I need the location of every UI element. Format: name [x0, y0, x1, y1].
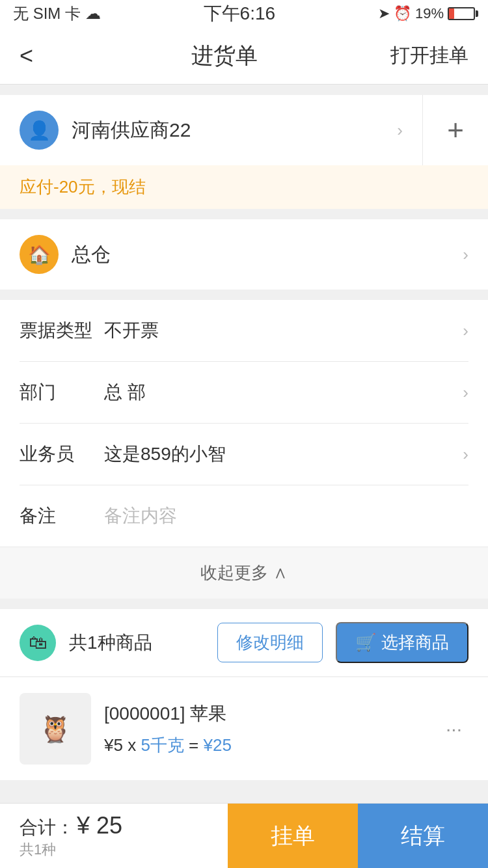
owl-icon: 🦉 — [39, 714, 72, 744]
total-label: 合计： — [20, 815, 74, 840]
price-total: ¥25 — [204, 735, 232, 755]
invoice-type-value: 不开票 — [104, 318, 456, 343]
notice-bar: 应付-20元，现结 — [0, 165, 488, 209]
avatar-icon: 👤 — [28, 120, 51, 141]
divider-2 — [0, 209, 488, 219]
remark-row[interactable]: 备注 备注内容 — [0, 485, 488, 547]
select-product-button[interactable]: 🛒 选择商品 — [336, 622, 468, 663]
price-separator: x — [128, 735, 141, 755]
select-product-label: 选择商品 — [381, 631, 449, 654]
chevron-right-icon-dept: › — [463, 383, 468, 403]
product-name: [0000001] 苹果 — [104, 701, 426, 726]
bag-icon: 🛍 — [29, 632, 47, 653]
battery-text: 19% — [415, 5, 444, 22]
chevron-right-icon: › — [397, 120, 403, 141]
supplier-section: 👤 河南供应商22 › + — [0, 95, 488, 165]
back-button[interactable]: < — [20, 42, 59, 70]
chevron-right-icon-sales: › — [463, 444, 468, 465]
total-amount: ¥ 25 — [77, 812, 122, 839]
warehouse-section[interactable]: 🏠 总仓 › — [0, 219, 488, 290]
divider-1 — [0, 85, 488, 95]
cart-icon: 🛒 — [355, 632, 376, 653]
status-left: 无 SIM 卡 ☁ — [13, 3, 101, 24]
product-thumbnail: 🦉 — [20, 693, 91, 765]
salesperson-label: 业务员 — [20, 442, 104, 467]
product-more-button[interactable]: ··· — [439, 711, 468, 746]
remark-value: 备注内容 — [104, 504, 468, 528]
salesperson-row[interactable]: 业务员 这是859的小智 › — [0, 424, 488, 485]
price-eq: = — [189, 735, 203, 755]
products-count: 共1种商品 — [69, 631, 204, 655]
form-section: 票据类型 不开票 › 部门 总 部 › 业务员 这是859的小智 › 备注 备注… — [0, 300, 488, 547]
home-icon: 🏠 — [28, 244, 51, 265]
location-icon: ➤ — [378, 5, 390, 22]
edit-detail-button[interactable]: 修改明细 — [217, 623, 323, 662]
product-info: [0000001] 苹果 ¥5 x 5千克 = ¥25 — [104, 701, 426, 757]
total-sub: 共1种 — [20, 840, 208, 860]
department-label: 部门 — [20, 380, 104, 405]
warehouse-name: 总仓 — [72, 241, 456, 268]
alarm-icon: ⏰ — [394, 5, 411, 22]
status-right: ➤ ⏰ 19% — [378, 5, 475, 22]
price-unit: ¥5 — [104, 735, 123, 755]
remark-label: 备注 — [20, 504, 104, 528]
department-value: 总 部 — [104, 380, 456, 405]
chevron-right-icon-invoice: › — [463, 321, 468, 341]
chevron-right-icon-warehouse: › — [463, 245, 468, 265]
product-item: 🦉 [0000001] 苹果 ¥5 x 5千克 = ¥25 ··· — [0, 677, 488, 780]
supplier-name: 河南供应商22 — [72, 117, 390, 144]
divider-3 — [0, 290, 488, 300]
products-header: 🛍 共1种商品 修改明细 🛒 选择商品 — [0, 609, 488, 676]
nav-bar: < 进货单 打开挂单 — [0, 27, 488, 85]
supplier-selector[interactable]: 👤 河南供应商22 › — [0, 95, 423, 165]
open-hang-button[interactable]: 打开挂单 — [390, 42, 468, 69]
warehouse-icon: 🏠 — [20, 235, 59, 274]
department-row[interactable]: 部门 总 部 › — [0, 362, 488, 423]
page-title: 进货单 — [191, 41, 258, 71]
supplier-avatar: 👤 — [20, 111, 59, 150]
product-price: ¥5 x 5千克 = ¥25 — [104, 734, 426, 757]
salesperson-value: 这是859的小智 — [104, 442, 456, 467]
checkout-button[interactable]: 结算 — [358, 804, 488, 868]
total-section: 合计： ¥ 25 共1种 — [0, 804, 228, 868]
invoice-type-label: 票据类型 — [20, 318, 104, 343]
collapse-bar[interactable]: 收起更多 ∧ — [0, 547, 488, 599]
add-supplier-button[interactable]: + — [423, 114, 488, 146]
hang-order-button[interactable]: 挂单 — [228, 804, 358, 868]
products-icon: 🛍 — [20, 625, 56, 661]
battery-icon — [448, 7, 475, 20]
bottom-bar: 合计： ¥ 25 共1种 挂单 结算 — [0, 803, 488, 868]
status-bar: 无 SIM 卡 ☁ 下午6:16 ➤ ⏰ 19% — [0, 0, 488, 27]
sim-status: 无 SIM 卡 ☁ — [13, 3, 101, 24]
status-time: 下午6:16 — [204, 1, 276, 26]
price-qty: 5千克 — [141, 735, 183, 755]
invoice-type-row[interactable]: 票据类型 不开票 › — [0, 300, 488, 361]
